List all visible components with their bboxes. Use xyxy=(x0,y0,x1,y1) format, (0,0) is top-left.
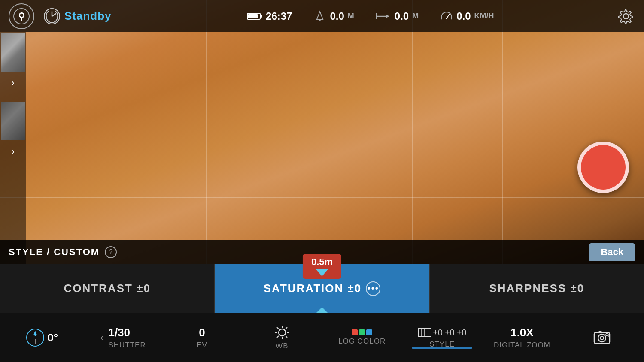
speed-icon xyxy=(440,10,453,23)
altitude-stat: 0.0 M xyxy=(313,10,354,23)
distance-badge: 0.5m xyxy=(303,254,341,279)
grid-line-h1 xyxy=(0,114,644,114)
header-bar: ⚲ Standby 26:37 xyxy=(0,0,644,32)
saturation-label: SATURATION xyxy=(264,282,344,295)
separator-5 xyxy=(402,325,402,350)
svg-rect-5 xyxy=(248,14,258,18)
ev-item[interactable]: 0 EV xyxy=(164,326,240,350)
svg-point-19 xyxy=(279,329,286,336)
speed-stat: 0.0 KM/H xyxy=(440,10,494,23)
thumbnail-2[interactable] xyxy=(1,102,25,140)
wind-item[interactable]: 0° xyxy=(4,328,79,347)
separator-1 xyxy=(82,325,82,350)
speed-unit: KM/H xyxy=(474,12,494,21)
style-values: ±0 ±0 ±0 xyxy=(433,328,466,338)
viewfinder xyxy=(0,0,644,270)
sharpness-value: ±0 xyxy=(570,282,584,295)
style-icon xyxy=(418,326,431,338)
grid-line-v3 xyxy=(502,0,503,270)
grid-line-h2 xyxy=(0,197,644,198)
horizontal-unit: M xyxy=(412,12,419,21)
left-panel: › › xyxy=(0,32,26,270)
separator-6 xyxy=(482,325,482,350)
standby-label: Standby xyxy=(64,9,112,23)
grid-line-v1 xyxy=(206,0,207,270)
camera-search-icon xyxy=(592,328,611,347)
separator-3 xyxy=(242,325,242,350)
zoom-label: DIGITAL ZOOM xyxy=(494,341,550,350)
svg-marker-8 xyxy=(318,19,322,21)
horizontal-dist-stat: 0.0 M xyxy=(376,10,419,22)
battery-icon xyxy=(247,12,262,21)
wb-item[interactable]: WB xyxy=(244,325,319,350)
settings-button[interactable] xyxy=(617,7,635,26)
zoom-item[interactable]: 1.0X DIGITAL ZOOM xyxy=(484,326,559,350)
svg-marker-10 xyxy=(386,15,389,18)
svg-line-24 xyxy=(277,327,279,329)
horizontal-icon xyxy=(376,11,391,21)
distance-value: 0.5m xyxy=(311,256,333,268)
bottom-bar: 0° ‹ 1/30 SHUTTER 0 EV xyxy=(0,313,644,362)
log-color-label: LOG COLOR xyxy=(338,337,386,346)
expand-arrow-1[interactable]: › xyxy=(11,77,15,89)
zoom-value: 1.0X xyxy=(510,326,534,339)
active-indicator xyxy=(316,307,328,313)
contrast-value: ±0 xyxy=(137,282,151,295)
standby-icon xyxy=(43,7,61,25)
svg-line-37 xyxy=(608,335,609,337)
speed-value: 0.0 xyxy=(456,10,471,22)
back-button[interactable]: Back xyxy=(589,243,635,261)
svg-rect-4 xyxy=(260,15,262,18)
shutter-value: 1/30 xyxy=(108,326,146,339)
separator-7 xyxy=(562,325,562,350)
svg-point-13 xyxy=(446,18,447,19)
altitude-unit: M xyxy=(348,12,354,21)
altitude-value: 0.0 xyxy=(330,10,344,22)
ev-label: EV xyxy=(197,341,207,350)
thumbnail-1[interactable] xyxy=(1,33,25,72)
wind-degrees: 0° xyxy=(47,331,58,344)
gear-icon xyxy=(618,8,634,24)
sharpness-control[interactable]: SHARPNESS ±0 xyxy=(430,264,644,313)
svg-point-33 xyxy=(598,334,606,342)
shutter-left-arrow[interactable]: ‹ xyxy=(100,332,103,344)
camera-search-item[interactable] xyxy=(565,328,640,347)
saturation-value: ±0 xyxy=(348,282,362,295)
battery-time: 26:37 xyxy=(266,10,292,22)
svg-point-14 xyxy=(623,14,629,19)
svg-line-27 xyxy=(277,336,279,338)
svg-rect-35 xyxy=(598,331,602,333)
app-logo: ⚲ xyxy=(9,3,34,29)
standby-status: Standby xyxy=(43,7,112,25)
svg-line-26 xyxy=(286,327,287,329)
header-stats: 26:37 0.0 M 0.0 M xyxy=(125,10,617,23)
svg-marker-17 xyxy=(33,331,37,335)
help-button[interactable]: ? xyxy=(105,246,117,258)
more-options-icon[interactable]: ••• xyxy=(366,281,380,296)
shutter-item[interactable]: ‹ 1/30 SHUTTER xyxy=(84,326,159,350)
expand-arrow-2[interactable]: › xyxy=(11,145,15,157)
sharpness-label: SHARPNESS xyxy=(489,282,566,295)
style-active-indicator xyxy=(412,347,472,349)
svg-text:⚲: ⚲ xyxy=(18,11,25,21)
svg-marker-6 xyxy=(317,12,323,19)
horizontal-dist-value: 0.0 xyxy=(395,10,409,22)
contrast-control[interactable]: CONTRAST ±0 xyxy=(0,264,215,313)
grid-line-v2 xyxy=(412,0,413,270)
log-color-item[interactable]: LOG COLOR xyxy=(325,329,400,346)
ev-value: 0 xyxy=(199,326,205,339)
style-label: STYLE / CUSTOM xyxy=(9,247,100,258)
battery-stat: 26:37 xyxy=(247,10,292,22)
wind-compass-icon xyxy=(26,328,45,347)
contrast-label: CONTRAST xyxy=(64,282,132,295)
shutter-label: SHUTTER xyxy=(108,341,146,350)
wb-sun-icon xyxy=(274,325,290,340)
separator-4 xyxy=(322,325,322,350)
svg-point-34 xyxy=(600,336,604,340)
wb-label: WB xyxy=(276,342,288,350)
style-item[interactable]: ±0 ±0 ±0 STYLE xyxy=(404,326,480,349)
altitude-icon xyxy=(313,10,326,23)
distance-arrow xyxy=(316,269,328,276)
record-button[interactable] xyxy=(577,142,629,193)
svg-line-25 xyxy=(286,336,287,338)
